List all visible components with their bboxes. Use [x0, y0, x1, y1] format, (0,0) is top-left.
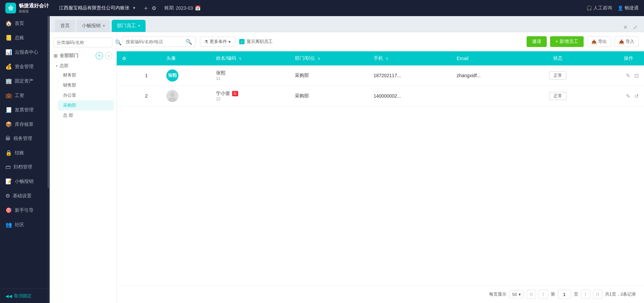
- add-employee-button[interactable]: + 新增员工: [550, 36, 584, 47]
- tab-dept-employee[interactable]: 部门员工 ×: [112, 20, 146, 32]
- sidebar-item-expense[interactable]: 📝 小畅报销: [0, 174, 50, 189]
- dept-tree-item-purchase[interactable]: 采购部: [58, 100, 114, 110]
- chevron-down-icon: ▼: [132, 6, 136, 10]
- pagination-bar: 每页显示 50 ▾ ⟨⟨ ⟨ 第 页 ⟩ ⟩⟩ 共1页，2条记录: [117, 285, 644, 303]
- sidebar-item-archive[interactable]: 🗃 归档管理: [0, 160, 50, 174]
- export-button[interactable]: 📤 导出: [587, 36, 611, 47]
- all-dept-grid-icon: ⊞: [54, 53, 58, 58]
- tab-expense-close-icon[interactable]: ×: [103, 23, 105, 28]
- sidebar-item-label: 工资: [15, 93, 24, 99]
- tab-dept-employee-close-icon[interactable]: ×: [138, 23, 140, 28]
- dept-edit-button[interactable]: ✎: [96, 52, 103, 59]
- gear-icon: ⚙: [5, 193, 10, 199]
- sidebar-item-settings[interactable]: ⚙ 基础设置: [0, 189, 50, 203]
- row-phone: 187202117...: [368, 65, 451, 86]
- salary-icon: 💼: [5, 92, 12, 99]
- employee-data-table: ⚙ 头像 姓名/编码 ⇅ 部门/职位 ⇅: [117, 51, 644, 106]
- dept-tree-item-office[interactable]: 办公室: [58, 90, 114, 100]
- sidebar-item-label: 固定资产: [15, 78, 34, 84]
- sidebar-item-reports[interactable]: 📊 云报表中心: [0, 45, 50, 59]
- sidebar-item-guide[interactable]: 🎯 新手引导: [0, 203, 50, 217]
- edit-employee-icon[interactable]: ✎: [626, 72, 630, 79]
- dept-item-label: 销售部: [63, 83, 76, 88]
- community-icon: 👥: [5, 221, 12, 228]
- sidebar: 🏠 首页 📒 总账 📊 云报表中心 💰 资金管理 🏢 固定资产 💼 工资 🧾 发…: [0, 16, 50, 303]
- settings-icon[interactable]: ⚙: [152, 5, 156, 11]
- row-email: zhangxidf...: [451, 65, 527, 86]
- logout-employee-icon[interactable]: ⊡: [634, 72, 639, 79]
- top-header: 会 畅捷通好会计 旗舰版 江西服宝精品有限责任公司内账张 ▼ ＋ ⚙ 账期 20…: [0, 0, 644, 16]
- first-page-button[interactable]: ⟨⟨: [527, 290, 536, 299]
- row-status: 正常: [527, 65, 588, 86]
- employee-panel: 🔍 ⚗ 更多条件 ▾ ✓ 显示离职员工 邀请: [117, 32, 644, 303]
- invite-button[interactable]: 邀请: [527, 36, 547, 47]
- chevron-down-icon: ▾: [228, 39, 231, 44]
- employee-search-input[interactable]: [126, 39, 183, 44]
- window-expand-icon[interactable]: ⤢: [632, 23, 639, 32]
- show-resigned-toggle[interactable]: ✓ 显示离职员工: [239, 39, 273, 45]
- sidebar-item-community[interactable]: 👥 社区: [0, 217, 50, 232]
- dept-search-box[interactable]: 🔍: [54, 38, 112, 47]
- sidebar-item-label: 税务管理: [13, 136, 32, 142]
- di-label: 第: [551, 291, 555, 297]
- add-company-button[interactable]: ＋: [143, 4, 149, 12]
- sidebar-item-funds[interactable]: 💰 资金管理: [0, 59, 50, 74]
- calendar-icon[interactable]: 📅: [195, 5, 201, 11]
- all-dept-header[interactable]: ⊞ 全部部门 ✎ «: [50, 50, 116, 61]
- sort-icon: ⇅: [318, 57, 320, 60]
- support-button[interactable]: 🎧 人工咨询: [586, 5, 612, 11]
- sidebar-item-tax[interactable]: 🏛 税务管理: [0, 132, 50, 146]
- tab-home[interactable]: 首页: [55, 20, 75, 32]
- table-header-dept[interactable]: 部门/职位 ⇅: [289, 51, 368, 65]
- page-number-input[interactable]: [558, 290, 571, 299]
- table-header-actions: 操作: [588, 51, 644, 65]
- row-status: 正常: [527, 86, 588, 106]
- dept-collapse-button[interactable]: «: [105, 52, 112, 59]
- dept-tree-item-sales[interactable]: 销售部: [58, 80, 114, 90]
- table-header-email: Email: [451, 51, 527, 65]
- logo-area: 会 畅捷通好会计 旗舰版: [5, 3, 55, 14]
- sidebar-item-label: 结账: [15, 150, 24, 156]
- sidebar-item-home[interactable]: 🏠 首页: [0, 16, 50, 31]
- sidebar-item-invoice[interactable]: 🧾 发票管理: [0, 103, 50, 117]
- dept-tree-item-hq[interactable]: 总 部: [58, 110, 114, 120]
- page-content: 🔍 ⊞ 全部部门 ✎ « ▼: [50, 32, 644, 303]
- dept-page: 🔍 ⊞ 全部部门 ✎ « ▼: [50, 32, 644, 303]
- last-page-button[interactable]: ⟩⟩: [593, 290, 602, 299]
- dept-tree-item-finance[interactable]: 财务部: [58, 70, 114, 80]
- user-avatar[interactable]: 👤 畅捷通: [618, 5, 639, 11]
- prev-page-button[interactable]: ⟨: [539, 290, 548, 299]
- row-email: [451, 86, 527, 106]
- row-settings-cell: [117, 86, 132, 106]
- table-header-name-code[interactable]: 姓名/编码 ⇅: [211, 51, 289, 65]
- employee-search-box[interactable]: 🔍: [122, 37, 196, 47]
- row-avatar-cell: [161, 86, 211, 106]
- sidebar-item-label: 发票管理: [15, 107, 34, 113]
- edit-employee-icon[interactable]: ✎: [626, 93, 630, 99]
- dept-search-input[interactable]: [57, 40, 113, 45]
- show-resigned-checkbox[interactable]: ✓: [239, 39, 245, 44]
- sidebar-item-ledger[interactable]: 📒 总账: [0, 31, 50, 45]
- tab-expense-label: 小畅报销: [82, 23, 101, 29]
- more-filter-button[interactable]: ⚗ 更多条件 ▾: [200, 37, 235, 47]
- tab-expense[interactable]: 小畅报销 ×: [76, 20, 110, 32]
- import-button[interactable]: 📥 导入: [614, 36, 639, 47]
- dept-tree: ▼ 总部 财务部 销售部 办公室: [50, 61, 116, 120]
- sidebar-item-close[interactable]: 🔒 结账: [0, 146, 50, 160]
- table-header-settings[interactable]: ⚙: [117, 51, 132, 65]
- dept-tree-item-parent[interactable]: ▼ 总部: [52, 61, 114, 70]
- unpin-button[interactable]: ◀◀ 取消固定: [0, 289, 50, 303]
- user-icon: 👤: [618, 5, 623, 11]
- dept-panel: 🔍 ⊞ 全部部门 ✎ « ▼: [50, 32, 117, 303]
- next-page-button[interactable]: ⟩: [581, 290, 590, 299]
- page-size-select[interactable]: 50 ▾: [509, 291, 524, 298]
- reports-icon: 📊: [5, 49, 12, 55]
- window-close-icon[interactable]: ✕: [622, 23, 629, 32]
- refresh-employee-icon[interactable]: ↺: [634, 93, 639, 99]
- row-phone: 140000002...: [368, 86, 451, 106]
- table-header-phone[interactable]: 手机 ⇅: [368, 51, 451, 65]
- sidebar-item-inventory[interactable]: 📦 库存核算: [0, 117, 50, 132]
- sidebar-item-salary[interactable]: 💼 工资: [0, 88, 50, 103]
- company-selector[interactable]: 江西服宝精品有限责任公司内账张 ▼: [55, 5, 140, 11]
- sidebar-item-assets[interactable]: 🏢 固定资产: [0, 74, 50, 88]
